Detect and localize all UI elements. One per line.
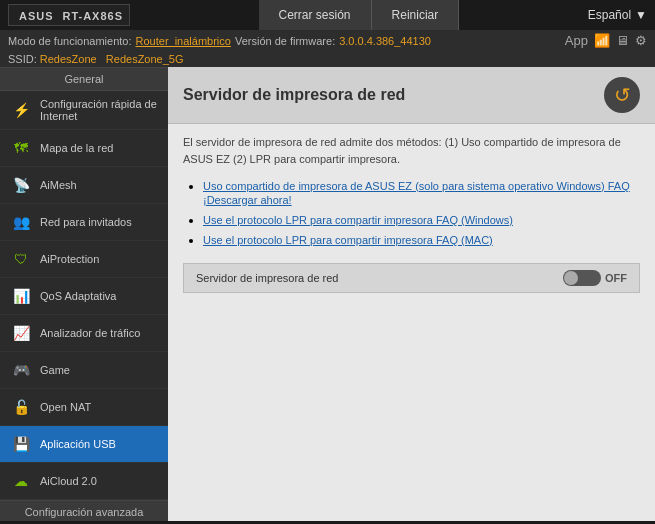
sidebar-icon-guest-network: 👥 (10, 211, 32, 233)
printer-icon: ↺ (604, 77, 640, 113)
chevron-down-icon: ▼ (635, 8, 647, 22)
sidebar-icon-map: 🗺 (10, 137, 32, 159)
ssid-label: SSID: (8, 53, 37, 65)
sidebar-label-game: Game (40, 364, 70, 376)
sidebar-general-items: ⚡ Configuración rápida de Internet 🗺 Map… (0, 91, 168, 500)
router-icon[interactable]: 🖥 (616, 33, 629, 48)
link1[interactable]: Uso compartido de impresora de ASUS EZ (… (203, 180, 630, 206)
sidebar-item-aiprotection[interactable]: 🛡 AiProtection (0, 241, 168, 278)
sidebar-label-rapid-config: Configuración rápida de Internet (40, 98, 158, 122)
ssid-bar: SSID: RedesZone RedesZone_5G (0, 51, 655, 67)
language-selector[interactable]: Español ▼ (588, 8, 647, 22)
list-item: Uso compartido de impresora de ASUS EZ (… (203, 179, 640, 207)
sidebar-icon-rapid-config: ⚡ (10, 99, 32, 121)
toggle-track (563, 270, 601, 286)
logo: ASUS RT-AX86S (8, 4, 130, 26)
sidebar-item-rapid-config[interactable]: ⚡ Configuración rápida de Internet (0, 91, 168, 130)
firmware-label: Versión de firmware: (235, 35, 335, 47)
link2[interactable]: Use el protocolo LPR para compartir impr… (203, 214, 513, 226)
sidebar-label-aicloud: AiCloud 2.0 (40, 475, 97, 487)
firmware-value: 3.0.0.4.386_44130 (339, 35, 431, 47)
sidebar-label-usb-application: Aplicación USB (40, 438, 116, 450)
sidebar-icon-game: 🎮 (10, 359, 32, 381)
content-header: Servidor de impresora de red ↺ (168, 67, 655, 124)
main-layout: General ⚡ Configuración rápida de Intern… (0, 67, 655, 521)
sidebar-label-qos: QoS Adaptativa (40, 290, 116, 302)
content-title: Servidor de impresora de red (183, 86, 405, 104)
sidebar-label-open-nat: Open NAT (40, 401, 91, 413)
wifi-icon[interactable]: 📶 (594, 33, 610, 48)
sidebar-icon-aiprotection: 🛡 (10, 248, 32, 270)
sidebar-item-traffic-analyzer[interactable]: 📈 Analizador de tráfico (0, 315, 168, 352)
sidebar-label-map: Mapa de la red (40, 142, 113, 154)
mode-value-link[interactable]: Router_inalámbrico (136, 35, 231, 47)
top-bar-actions: Cerrar sesión Reiniciar (130, 0, 588, 30)
logo-text: ASUS (19, 10, 54, 22)
sidebar-item-guest-network[interactable]: 👥 Red para invitados (0, 204, 168, 241)
link3[interactable]: Use el protocolo LPR para compartir impr… (203, 234, 493, 246)
sidebar-item-qos[interactable]: 📊 QoS Adaptativa (0, 278, 168, 315)
content-body: El servidor de impresora de red admite d… (168, 124, 655, 303)
links-list: Uso compartido de impresora de ASUS EZ (… (183, 179, 640, 247)
language-label: Español (588, 8, 631, 22)
sidebar-section-advanced: Configuración avanzada (0, 500, 168, 521)
sidebar-icon-qos: 📊 (10, 285, 32, 307)
toggle-state-text: OFF (605, 272, 627, 284)
mode-icons: App 📶 🖥 ⚙ (565, 33, 647, 48)
model-text: RT-AX86S (62, 10, 123, 22)
sidebar-item-usb-application[interactable]: 💾 Aplicación USB (0, 426, 168, 463)
sidebar-item-aimesh[interactable]: 📡 AiMesh (0, 167, 168, 204)
toggle-row: Servidor de impresora de red OFF (183, 263, 640, 293)
logout-button[interactable]: Cerrar sesión (259, 0, 372, 30)
toggle-label: Servidor de impresora de red (196, 272, 547, 284)
toggle-knob (564, 271, 578, 285)
top-bar: ASUS RT-AX86S Cerrar sesión Reiniciar Es… (0, 0, 655, 30)
ssid1-link[interactable]: RedesZone (40, 53, 97, 65)
content-description: El servidor de impresora de red admite d… (183, 134, 640, 167)
app-icon[interactable]: App (565, 33, 588, 48)
list-item: Use el protocolo LPR para compartir impr… (203, 213, 640, 227)
printer-server-toggle[interactable]: OFF (563, 270, 627, 286)
sidebar: General ⚡ Configuración rápida de Intern… (0, 67, 168, 521)
sidebar-item-map[interactable]: 🗺 Mapa de la red (0, 130, 168, 167)
sidebar-icon-usb-application: 💾 (10, 433, 32, 455)
sidebar-icon-aimesh: 📡 (10, 174, 32, 196)
sidebar-item-open-nat[interactable]: 🔓 Open NAT (0, 389, 168, 426)
sidebar-label-aiprotection: AiProtection (40, 253, 99, 265)
sidebar-item-aicloud[interactable]: ☁ AiCloud 2.0 (0, 463, 168, 500)
sidebar-section-general: General (0, 67, 168, 91)
sidebar-label-guest-network: Red para invitados (40, 216, 132, 228)
sidebar-item-game[interactable]: 🎮 Game (0, 352, 168, 389)
settings-icon[interactable]: ⚙ (635, 33, 647, 48)
sidebar-label-aimesh: AiMesh (40, 179, 77, 191)
ssid2-link[interactable]: RedesZone_5G (106, 53, 184, 65)
sidebar-icon-traffic-analyzer: 📈 (10, 322, 32, 344)
sidebar-label-traffic-analyzer: Analizador de tráfico (40, 327, 140, 339)
restart-button[interactable]: Reiniciar (372, 0, 460, 30)
mode-label: Modo de funcionamiento: (8, 35, 132, 47)
content-area: Servidor de impresora de red ↺ El servid… (168, 67, 655, 521)
sidebar-icon-open-nat: 🔓 (10, 396, 32, 418)
list-item: Use el protocolo LPR para compartir impr… (203, 233, 640, 247)
mode-bar: Modo de funcionamiento: Router_inalámbri… (0, 30, 655, 51)
sidebar-icon-aicloud: ☁ (10, 470, 32, 492)
